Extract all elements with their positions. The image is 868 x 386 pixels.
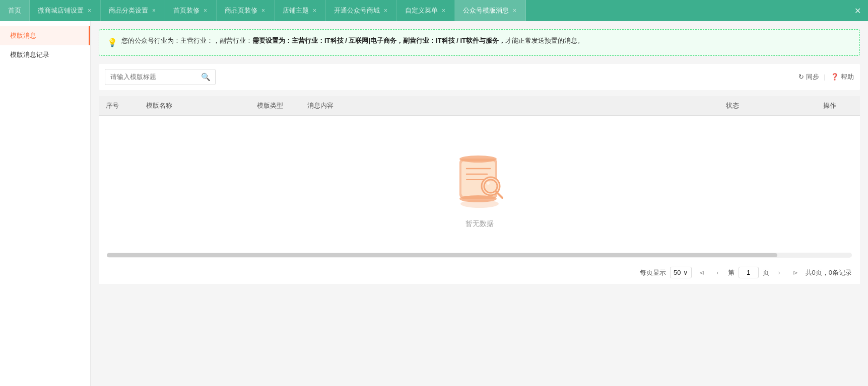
tab-custom-menu-label: 自定义菜单	[405, 6, 438, 15]
toolbar-right: ↻ 同步 | ❓ 帮助	[798, 72, 854, 82]
tab-open-wechat-label: 开通公众号商城	[334, 6, 380, 15]
col-header-status: 状态	[719, 96, 799, 115]
tab-micro-store-close[interactable]: ×	[87, 7, 92, 15]
prev-page-icon: ‹	[717, 269, 719, 276]
col-header-name: 模版名称	[139, 96, 250, 115]
tab-micro-store-label: 微商城店铺设置	[38, 6, 84, 15]
empty-text: 暂无数据	[465, 219, 494, 228]
tab-template-msg[interactable]: 公众号模版消息 ×	[455, 0, 526, 21]
pagination: 每页显示 50 ∨ ⊲ ‹ 第 页 › ⊳	[99, 262, 860, 284]
tab-product-category-close[interactable]: ×	[151, 7, 157, 15]
sync-button[interactable]: ↻ 同步	[798, 72, 819, 82]
search-button[interactable]: 🔍	[196, 69, 216, 85]
close-all-button[interactable]: ✕	[847, 0, 868, 21]
tab-product-category-label: 商品分类设置	[109, 6, 148, 15]
per-page-label: 每页显示	[640, 268, 666, 277]
main-layout: 模版消息 模版消息记录 💡 您的公众号行业为：主营行业：，副营行业：需要设置为：…	[0, 21, 868, 386]
current-page-input[interactable]	[739, 267, 759, 278]
sidebar-item-template-msg-log-label: 模版消息记录	[10, 51, 49, 58]
search-box: 🔍	[105, 69, 216, 85]
content-area: 💡 您的公众号行业为：主营行业：，副营行业：需要设置为：主营行业：IT科技 / …	[91, 21, 868, 386]
help-button[interactable]: ❓ 帮助	[831, 72, 854, 82]
tab-open-wechat-close[interactable]: ×	[383, 7, 388, 15]
sidebar-item-template-msg[interactable]: 模版消息	[0, 26, 90, 45]
tab-store-theme[interactable]: 店铺主题 ×	[275, 0, 326, 21]
toolbar: 🔍 ↻ 同步 | ❓ 帮助	[99, 64, 860, 90]
total-text: 共0页，0条记录	[806, 268, 852, 277]
col-header-seq: 序号	[99, 96, 139, 115]
tab-product-category[interactable]: 商品分类设置 ×	[101, 0, 165, 21]
tab-home-decor-label: 首页装修	[173, 6, 199, 15]
col-header-content: 消息内容	[300, 96, 719, 115]
sync-icon: ↻	[798, 73, 804, 81]
toolbar-divider: |	[824, 73, 826, 81]
tab-product-decor-close[interactable]: ×	[260, 7, 266, 15]
tab-home[interactable]: 首页	[0, 0, 30, 21]
sync-label: 同步	[806, 72, 819, 82]
svg-point-7	[459, 195, 497, 202]
page-unit: 页	[763, 268, 769, 277]
svg-point-6	[459, 156, 497, 163]
per-page-select[interactable]: 50 ∨	[670, 267, 691, 278]
svg-point-11	[487, 182, 490, 185]
tab-custom-menu-close[interactable]: ×	[441, 7, 446, 15]
last-page-button[interactable]: ⊳	[789, 267, 802, 279]
empty-state: 暂无数据	[99, 116, 860, 249]
sidebar: 模版消息 模版消息记录	[0, 21, 91, 386]
tab-home-label: 首页	[8, 6, 21, 15]
tab-store-theme-label: 店铺主题	[283, 6, 309, 15]
next-page-icon: ›	[778, 269, 780, 276]
table-header: 序号 模版名称 模版类型 消息内容 状态 操作	[99, 96, 860, 116]
first-page-icon: ⊲	[699, 269, 704, 276]
sidebar-item-template-msg-label: 模版消息	[10, 32, 36, 39]
per-page-chevron: ∨	[683, 269, 688, 276]
tab-product-decor[interactable]: 商品页装修 ×	[217, 0, 275, 21]
notice-text: 您的公众号行业为：主营行业：，副营行业：需要设置为：主营行业：IT科技 / 互联…	[121, 36, 584, 46]
notice-highlight: 需要设置为：主营行业：IT科技 / 互联网|电子商务，副营行业：IT科技 / I…	[252, 37, 505, 44]
sidebar-item-template-msg-log[interactable]: 模版消息记录	[0, 45, 90, 64]
tab-home-decor[interactable]: 首页装修 ×	[165, 0, 217, 21]
notice-prefix: 您的公众号行业为：主营行业：，副营行业：	[121, 37, 252, 44]
scrollbar-thumb	[107, 253, 777, 257]
first-page-button[interactable]: ⊲	[696, 267, 708, 279]
page-label: 第	[728, 268, 735, 277]
tab-store-theme-close[interactable]: ×	[312, 7, 317, 15]
col-header-type: 模版类型	[250, 96, 300, 115]
tab-product-decor-label: 商品页装修	[225, 6, 257, 15]
col-header-action: 操作	[799, 96, 860, 115]
horizontal-scrollbar[interactable]	[107, 253, 852, 258]
tab-bar: 首页 微商城店铺设置 × 商品分类设置 × 首页装修 × 商品页装修 × 店铺主…	[0, 0, 868, 21]
notice-box: 💡 您的公众号行业为：主营行业：，副营行业：需要设置为：主营行业：IT科技 / …	[99, 29, 860, 56]
tab-custom-menu[interactable]: 自定义菜单 ×	[397, 0, 455, 21]
tab-micro-store[interactable]: 微商城店铺设置 ×	[30, 0, 101, 21]
tab-template-msg-close[interactable]: ×	[512, 7, 517, 15]
notice-suffix: 才能正常发送预置的消息。	[505, 37, 584, 44]
table-container: 序号 模版名称 模版类型 消息内容 状态 操作	[99, 96, 860, 284]
help-icon: ❓	[831, 73, 839, 81]
tab-template-msg-label: 公众号模版消息	[463, 6, 509, 15]
empty-icon	[444, 146, 515, 211]
prev-page-button[interactable]: ‹	[712, 267, 724, 279]
help-label: 帮助	[841, 72, 854, 82]
tab-open-wechat[interactable]: 开通公众号商城 ×	[326, 0, 397, 21]
tab-home-decor-close[interactable]: ×	[203, 7, 208, 15]
next-page-button[interactable]: ›	[773, 267, 785, 279]
last-page-icon: ⊳	[793, 269, 798, 276]
notice-icon: 💡	[107, 36, 117, 49]
search-input[interactable]	[105, 70, 196, 84]
per-page-value: 50	[674, 269, 681, 276]
